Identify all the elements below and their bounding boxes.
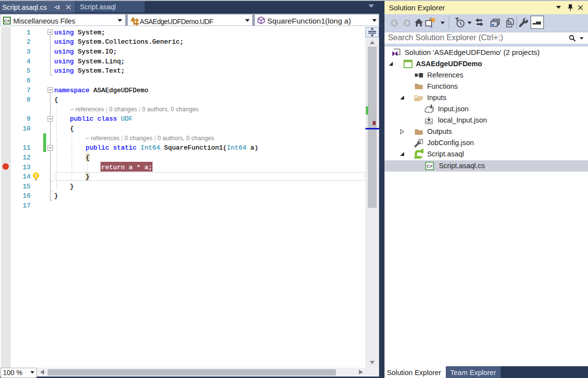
svg-text:C#: C# xyxy=(427,163,433,169)
svg-text:C#: C# xyxy=(4,18,10,23)
